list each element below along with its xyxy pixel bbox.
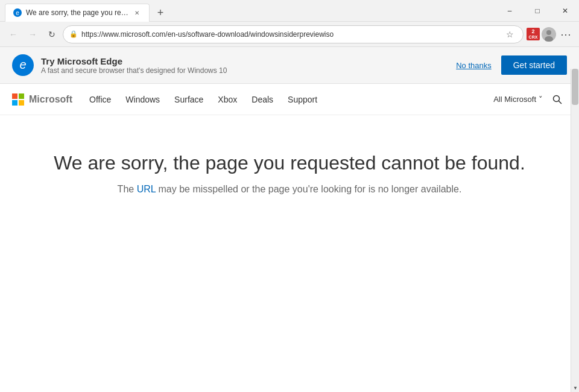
tab-close-button[interactable]: ✕ <box>132 8 142 17</box>
scrollbar-thumb[interactable] <box>572 69 578 105</box>
error-content: We are sorry, the page you requested can… <box>0 115 579 231</box>
active-tab[interactable]: e We are sorry, the page you requ... ✕ <box>5 4 150 22</box>
error-subtitle-suffix: may be misspelled or the page you're loo… <box>156 184 461 194</box>
all-microsoft-label: All Microsoft <box>493 95 536 104</box>
svg-text:e: e <box>19 58 26 71</box>
back-button[interactable]: ← <box>5 26 22 43</box>
microsoft-grid-logo <box>12 93 24 106</box>
error-subtitle: The URL may be misspelled or the page yo… <box>118 184 462 195</box>
svg-point-3 <box>546 30 551 35</box>
error-subtitle-prefix: The <box>118 184 137 194</box>
crx-label: CRX <box>529 35 538 40</box>
microsoft-logo[interactable]: Microsoft <box>12 93 72 106</box>
edge-promo-actions: No thanks Get started <box>456 55 567 75</box>
edge-promo-text: Try Microsoft Edge A fast and secure bro… <box>41 56 449 75</box>
forward-button[interactable]: → <box>24 26 41 43</box>
profile-icon[interactable] <box>542 27 556 42</box>
maximize-button[interactable]: □ <box>524 0 551 22</box>
page-area: e Try Microsoft Edge A fast and secure b… <box>0 47 579 392</box>
titlebar: e We are sorry, the page you requ... ✕ +… <box>0 0 579 22</box>
ms-logo-blue <box>12 100 17 106</box>
tab-label: We are sorry, the page you requ... <box>26 8 128 17</box>
chevron-down-icon: ˅ <box>539 95 543 104</box>
ms-nav-right: All Microsoft ˅ <box>493 90 567 109</box>
nav-link-xbox[interactable]: Xbox <box>218 95 237 104</box>
edge-promo-banner: e Try Microsoft Edge A fast and secure b… <box>0 47 579 84</box>
window-controls: – □ ✕ <box>496 0 579 22</box>
microsoft-logo-text: Microsoft <box>29 94 72 105</box>
ms-nav-links: Office Windows Surface Xbox Deals Suppor… <box>89 95 476 104</box>
ms-logo-green <box>19 93 24 99</box>
search-button[interactable] <box>548 90 567 109</box>
svg-line-8 <box>558 101 562 104</box>
edge-logo: e <box>12 54 34 76</box>
address-bar: ← → ↻ 🔒 https://www.microsoft.com/en-us/… <box>0 22 579 47</box>
no-thanks-link[interactable]: No thanks <box>456 61 492 70</box>
address-input[interactable]: 🔒 https://www.microsoft.com/en-us/softwa… <box>63 25 524 43</box>
address-right-icons: ☆ <box>502 27 517 42</box>
error-subtitle-url: URL <box>137 184 156 194</box>
edge-promo-title: Try Microsoft Edge <box>41 56 449 66</box>
scrollbar[interactable]: ▲ ▼ <box>571 69 579 392</box>
get-started-button[interactable]: Get started <box>501 55 567 75</box>
microsoft-navbar: Microsoft Office Windows Surface Xbox De… <box>0 84 579 115</box>
all-microsoft-button[interactable]: All Microsoft ˅ <box>493 95 543 104</box>
scrollbar-down-arrow[interactable]: ▼ <box>571 384 579 392</box>
close-button[interactable]: ✕ <box>551 0 579 22</box>
new-tab-button[interactable]: + <box>152 5 169 22</box>
svg-text:e: e <box>16 10 19 16</box>
tab-bar: e We are sorry, the page you requ... ✕ + <box>5 0 169 22</box>
edge-promo-subtitle: A fast and secure browser that's designe… <box>41 66 449 75</box>
nav-link-office[interactable]: Office <box>89 95 111 104</box>
menu-button[interactable]: ⋯ <box>557 26 574 43</box>
refresh-button[interactable]: ↻ <box>43 26 60 43</box>
error-title: We are sorry, the page you requested can… <box>54 151 525 174</box>
nav-link-support[interactable]: Support <box>288 95 317 104</box>
minimize-button[interactable]: – <box>496 0 524 22</box>
toolbar-right: 2 CRX ⋯ <box>526 26 574 43</box>
reading-list-icon[interactable]: 2 CRX <box>526 27 540 42</box>
tab-favicon: e <box>13 8 22 17</box>
crx-badge: 2 <box>531 29 534 35</box>
profile-avatar <box>542 27 556 42</box>
nav-link-deals[interactable]: Deals <box>252 95 273 104</box>
nav-link-surface[interactable]: Surface <box>174 95 203 104</box>
address-text: https://www.microsoft.com/en-us/software… <box>81 30 499 39</box>
ms-logo-red <box>12 93 17 99</box>
star-icon[interactable]: ☆ <box>502 27 517 42</box>
nav-link-windows[interactable]: Windows <box>125 95 160 104</box>
lock-icon: 🔒 <box>69 30 78 38</box>
ms-logo-yellow <box>19 100 24 106</box>
